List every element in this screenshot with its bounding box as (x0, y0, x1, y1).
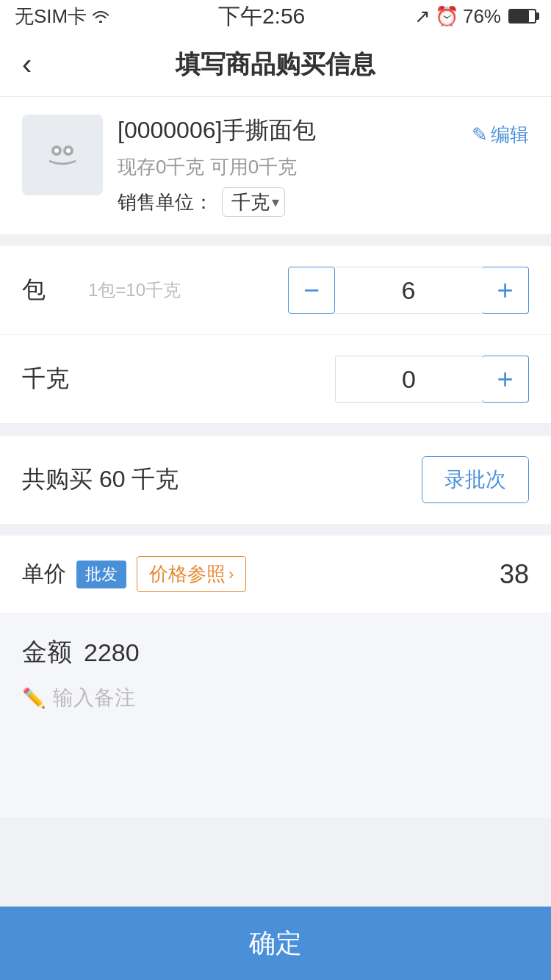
back-button[interactable]: ‹ (22, 48, 32, 81)
summary-text: 共购买 60 千克 (22, 464, 179, 496)
location-icon: ↗ (414, 5, 431, 28)
quantity-controls-kg: + (335, 356, 529, 403)
product-thumbnail (22, 115, 103, 195)
quantity-input-kg[interactable] (335, 356, 482, 403)
edit-label: 编辑 (491, 122, 529, 148)
status-carrier: 无SIM卡 (15, 4, 109, 29)
status-right: ↗ ⏰ 76% (414, 5, 536, 28)
unit-label: 销售单位： (118, 190, 213, 215)
plus-button-bao[interactable]: + (482, 267, 529, 314)
batch-button[interactable]: 录批次 (422, 456, 529, 503)
quantity-input-bao[interactable] (335, 267, 482, 314)
price-row: 单价 批发 价格参照 › 38 (0, 536, 551, 613)
minus-button-bao[interactable]: − (288, 267, 335, 314)
page-title: 填写商品购买信息 (176, 48, 375, 82)
confirm-button-label: 确定 (249, 926, 302, 962)
svg-point-2 (54, 148, 59, 153)
chevron-right-icon: › (228, 565, 234, 584)
edit-icon: ✎ (472, 123, 488, 146)
status-time: 下午2:56 (218, 1, 305, 32)
product-stock: 现存0千克 可用0千克 (118, 154, 529, 180)
quantity-label-bao: 包 (22, 274, 81, 306)
quantity-hint-bao: 1包=10千克 (88, 278, 288, 302)
confirm-button[interactable]: 确定 (0, 907, 551, 980)
amount-row: 金额 2280 (22, 635, 529, 669)
product-unit-row: 销售单位： 千克 (118, 187, 529, 217)
price-section: 单价 批发 价格参照 › 38 (0, 536, 551, 613)
status-bar: 无SIM卡 下午2:56 ↗ ⏰ 76% (0, 0, 551, 32)
amount-label: 金额 (22, 635, 72, 669)
amount-value: 2280 (84, 638, 140, 667)
quantity-row-bao: 包 1包=10千克 − + (0, 246, 551, 335)
alarm-icon: ⏰ (435, 5, 458, 28)
carrier-text: 无SIM卡 (15, 4, 87, 29)
svg-point-3 (66, 148, 71, 153)
remark-row[interactable]: ✏️ 输入备注 (22, 684, 529, 712)
price-label: 单价 (22, 559, 66, 589)
product-card: [0000006]手撕面包 ✎ 编辑 现存0千克 可用0千克 销售单位： 千克 (0, 97, 551, 234)
plus-button-kg[interactable]: + (482, 356, 529, 403)
battery-icon (508, 9, 536, 24)
product-info: [0000006]手撕面包 ✎ 编辑 现存0千克 可用0千克 销售单位： 千克 (118, 115, 529, 217)
price-type-tag: 批发 (76, 561, 126, 588)
edit-button[interactable]: ✎ 编辑 (472, 115, 529, 154)
summary-row: 共购买 60 千克 录批次 (0, 436, 551, 524)
nav-bar: ‹ 填写商品购买信息 (0, 32, 551, 97)
price-value: 38 (500, 559, 529, 590)
price-ref-label: 价格参照 (149, 561, 226, 587)
amount-section: 金额 2280 ✏️ 输入备注 (0, 613, 551, 817)
unit-select-wrap[interactable]: 千克 (222, 187, 285, 217)
quantity-label-kg: 千克 (22, 363, 81, 395)
battery-percent: 76% (463, 5, 501, 28)
wifi-icon (93, 5, 109, 28)
product-name: [0000006]手撕面包 (118, 115, 316, 147)
price-reference-button[interactable]: 价格参照 › (137, 556, 246, 592)
quantity-row-kg: 千克 + (0, 335, 551, 424)
remark-placeholder[interactable]: 输入备注 (53, 684, 135, 712)
quantity-controls-bao: − + (288, 267, 529, 314)
quantity-section: 包 1包=10千克 − + 千克 + (0, 246, 551, 424)
product-logo-icon (40, 133, 84, 177)
pencil-icon: ✏️ (22, 687, 46, 710)
unit-select[interactable]: 千克 (222, 187, 285, 217)
